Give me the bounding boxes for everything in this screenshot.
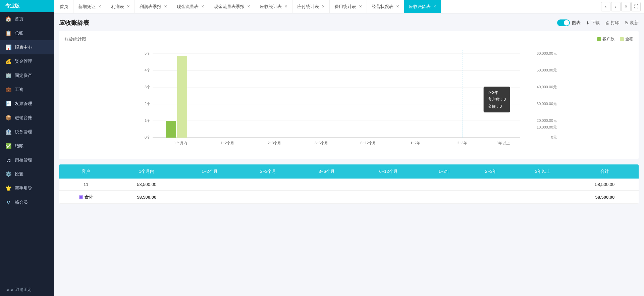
col-header-m1: 1个月内 bbox=[113, 164, 180, 179]
refresh-label: 刷新 bbox=[630, 20, 639, 26]
cell-customer: 11 bbox=[59, 179, 113, 191]
tab-close-icon[interactable]: ✕ bbox=[359, 4, 362, 9]
tab-label: 应收统计表 bbox=[260, 4, 282, 10]
invoice-icon: 🧾 bbox=[5, 101, 11, 107]
print-button[interactable]: 🖨 打印 bbox=[605, 20, 620, 26]
sidebar-item-member[interactable]: V 畅会员 bbox=[0, 195, 54, 209]
tab-close-all-button[interactable]: ✕ bbox=[621, 2, 631, 11]
col-header-m12: 1~2个月 bbox=[180, 164, 239, 179]
tab-close-icon[interactable]: ✕ bbox=[322, 4, 325, 9]
tab-close-icon[interactable]: ✕ bbox=[247, 4, 250, 9]
page-header: 应收账龄表 图表 ⬇ 下载 🖨 打印 ↻ 刷新 bbox=[59, 19, 639, 27]
sidebar: 专业版 🏠 首页 📋 总账 📊 报表中心 💰 资金管理 🏢 固定资产 💼 工资 … bbox=[0, 0, 54, 296]
content-area: 应收账龄表 图表 ⬇ 下载 🖨 打印 ↻ 刷新 bbox=[54, 13, 644, 296]
tab-fullscreen-button[interactable]: ⛶ bbox=[631, 2, 641, 11]
tab-next-button[interactable]: › bbox=[611, 2, 621, 11]
tab-prev-button[interactable]: ‹ bbox=[601, 2, 610, 11]
sidebar-item-invoice[interactable]: 🧾 发票管理 bbox=[0, 97, 54, 111]
sidebar-item-funds[interactable]: 💰 资金管理 bbox=[0, 54, 54, 68]
svg-text:1个月内: 1个月内 bbox=[174, 141, 187, 145]
sidebar-item-label: 发票管理 bbox=[15, 101, 32, 107]
sidebar-item-assets[interactable]: 🏢 固定资产 bbox=[0, 68, 54, 83]
collapse-label: 取消固定 bbox=[15, 287, 32, 293]
total-m12 bbox=[180, 191, 239, 204]
tab-business-status[interactable]: 经营状况表 ✕ bbox=[367, 0, 404, 13]
sidebar-item-label: 资金管理 bbox=[15, 58, 32, 64]
cell-m36 bbox=[298, 179, 356, 191]
sidebar-item-label: 首页 bbox=[15, 16, 23, 22]
tab-bar: 首页 新增凭证 ✕ 利润表 ✕ 利润表季报 ✕ 现金流量表 ✕ 现金流量表季报 … bbox=[54, 0, 644, 13]
download-button[interactable]: ⬇ 下载 bbox=[586, 20, 600, 26]
main-area: 首页 新增凭证 ✕ 利润表 ✕ 利润表季报 ✕ 现金流量表 ✕ 现金流量表季报 … bbox=[54, 0, 644, 296]
col-header-m23: 2~3个月 bbox=[239, 164, 297, 179]
sidebar-item-archive[interactable]: 🗂 归档管理 bbox=[0, 153, 54, 167]
total-m612 bbox=[356, 191, 421, 204]
home-icon: 🏠 bbox=[5, 16, 11, 22]
tab-close-icon[interactable]: ✕ bbox=[284, 4, 287, 9]
col-header-y12: 1~2年 bbox=[421, 164, 468, 179]
legend-customer: 客户数 bbox=[597, 36, 614, 42]
svg-text:0个: 0个 bbox=[145, 135, 150, 139]
sidebar-collapse-button[interactable]: ◄◄ 取消固定 bbox=[0, 284, 54, 296]
chart-toggle[interactable]: 图表 bbox=[557, 19, 581, 26]
tab-label: 费用统计表 bbox=[334, 4, 356, 10]
toggle-label: 图表 bbox=[572, 20, 581, 26]
col-header-y3p: 3年以上 bbox=[514, 164, 571, 179]
tab-expense-stats[interactable]: 费用统计表 ✕ bbox=[330, 0, 367, 13]
svg-text:6~12个月: 6~12个月 bbox=[361, 141, 376, 145]
tab-new-voucher[interactable]: 新增凭证 ✕ bbox=[73, 0, 106, 13]
tab-close-icon[interactable]: ✕ bbox=[127, 4, 130, 9]
sidebar-item-close-account[interactable]: ✅ 结账 bbox=[0, 139, 54, 153]
tab-cashflow[interactable]: 现金流量表 ✕ bbox=[172, 0, 209, 13]
bar-customer-0[interactable] bbox=[166, 121, 176, 138]
download-icon: ⬇ bbox=[586, 20, 590, 26]
sidebar-item-guide[interactable]: 🌟 新手引导 bbox=[0, 181, 54, 195]
table-row: 11 58,500.00 58,500.00 bbox=[59, 179, 639, 191]
tab-cashflow-quarterly[interactable]: 现金流量表季报 ✕ bbox=[209, 0, 255, 13]
sidebar-item-inventory[interactable]: 📦 进销台账 bbox=[0, 111, 54, 125]
tab-home[interactable]: 首页 bbox=[55, 0, 73, 13]
tab-profit[interactable]: 利润表 ✕ bbox=[106, 0, 135, 13]
sidebar-item-tax[interactable]: 🏦 税务管理 bbox=[0, 125, 54, 139]
tab-close-icon[interactable]: ✕ bbox=[433, 4, 436, 9]
svg-text:2个: 2个 bbox=[145, 102, 150, 106]
sidebar-item-label: 固定资产 bbox=[15, 72, 32, 79]
chart-svg-wrapper: 5个 4个 3个 2个 1个 0个 60,000.00元 50,000.00元 … bbox=[64, 46, 633, 154]
col-header-customer: 客户 bbox=[59, 164, 113, 179]
page-title: 应收账龄表 bbox=[59, 19, 89, 27]
sidebar-item-settings[interactable]: ⚙️ 设置 bbox=[0, 167, 54, 181]
refresh-button[interactable]: ↻ 刷新 bbox=[625, 20, 639, 26]
cell-y3p bbox=[514, 179, 571, 191]
tab-close-icon[interactable]: ✕ bbox=[98, 4, 101, 9]
cell-m12 bbox=[180, 179, 239, 191]
bar-amount-0[interactable] bbox=[177, 56, 187, 138]
legend-customer-dot bbox=[597, 37, 601, 41]
tab-close-icon[interactable]: ✕ bbox=[201, 4, 204, 9]
tab-label: 经营状况表 bbox=[372, 4, 393, 10]
svg-text:1个: 1个 bbox=[145, 118, 150, 122]
header-actions: 图表 ⬇ 下载 🖨 打印 ↻ 刷新 bbox=[557, 19, 639, 26]
tab-close-icon[interactable]: ✕ bbox=[396, 4, 399, 9]
tab-label: 现金流量表季报 bbox=[214, 4, 245, 10]
sidebar-logo: 专业版 bbox=[0, 0, 54, 12]
tab-profit-quarterly[interactable]: 利润表季报 ✕ bbox=[135, 0, 172, 13]
tab-ap-stats[interactable]: 应付统计表 ✕ bbox=[292, 0, 330, 13]
settings-icon: ⚙️ bbox=[5, 171, 11, 177]
member-icon: V bbox=[5, 200, 11, 205]
legend-amount-label: 金额 bbox=[625, 36, 633, 42]
sidebar-item-salary[interactable]: 💼 工资 bbox=[0, 83, 54, 97]
svg-text:4个: 4个 bbox=[145, 68, 150, 72]
tab-ar-aging[interactable]: 应收账龄表 ✕ bbox=[404, 0, 441, 13]
sidebar-item-ledger[interactable]: 📋 总账 bbox=[0, 26, 54, 40]
sidebar-item-reports[interactable]: 📊 报表中心 bbox=[0, 40, 54, 54]
sidebar-item-label: 工资 bbox=[15, 87, 23, 93]
sidebar-item-label: 畅会员 bbox=[15, 199, 28, 205]
sidebar-item-home[interactable]: 🏠 首页 bbox=[0, 12, 54, 26]
tab-ar-stats[interactable]: 应收统计表 ✕ bbox=[255, 0, 292, 13]
toggle-thumb bbox=[564, 20, 569, 26]
toggle-track[interactable] bbox=[557, 19, 570, 26]
chart-container: 账龄统计图 客户数 金额 5个 4个 3个 2个 bbox=[59, 31, 639, 159]
tab-close-icon[interactable]: ✕ bbox=[164, 4, 167, 9]
svg-text:3个: 3个 bbox=[145, 85, 150, 89]
sidebar-item-label: 设置 bbox=[15, 171, 23, 177]
